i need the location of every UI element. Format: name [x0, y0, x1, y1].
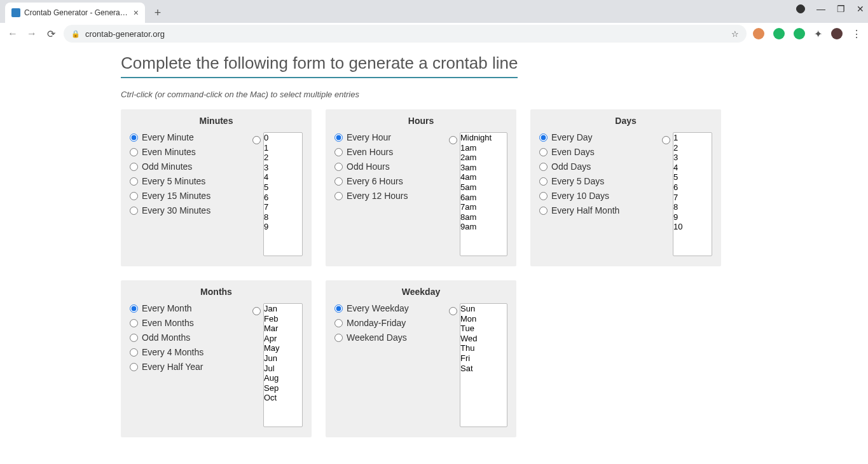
url-input[interactable]: 🔒 crontab-generator.org ☆	[64, 25, 747, 43]
forward-button[interactable]: →	[25, 28, 38, 39]
maximize-icon[interactable]: ❐	[837, 4, 845, 14]
extension-icon[interactable]	[773, 28, 785, 39]
select-option[interactable]: 9	[673, 212, 712, 222]
minutes-radio-option[interactable]: Odd Minutes	[130, 161, 246, 172]
hours-select[interactable]: Midnight1am2am3am4am5am6am7am8am9am	[460, 132, 507, 256]
select-option[interactable]: Sun	[460, 304, 507, 314]
minutes-radio-option[interactable]: Every 5 Minutes	[130, 176, 246, 186]
days-radio-option[interactable]: Every Half Month	[539, 205, 656, 215]
minutes-select-radio[interactable]	[252, 136, 261, 144]
hours-radio-option[interactable]: Every 6 Hours	[334, 176, 443, 186]
select-option[interactable]: Mar	[264, 324, 302, 334]
months-radio-option[interactable]: Odd Months	[130, 332, 246, 343]
select-option[interactable]: Apr	[264, 334, 302, 344]
select-option[interactable]: 8	[673, 202, 712, 212]
hours-radio-option[interactable]: Every 12 Hours	[334, 191, 443, 201]
select-option[interactable]: Mon	[460, 314, 507, 324]
select-option[interactable]: 7	[673, 193, 712, 203]
minutes-radio-option[interactable]: Every 15 Minutes	[130, 191, 246, 201]
select-option[interactable]: Fri	[460, 353, 507, 364]
days-select[interactable]: 12345678910	[673, 132, 712, 256]
select-option[interactable]: 4	[264, 172, 302, 182]
select-option[interactable]: Jun	[264, 353, 302, 364]
select-option[interactable]: Feb	[264, 314, 302, 324]
weekday-radio-option[interactable]: Monday-Friday	[334, 318, 443, 328]
days-radio-option[interactable]: Every 10 Days	[539, 191, 656, 201]
kebab-menu-icon[interactable]: ⋮	[851, 28, 862, 40]
select-option[interactable]: 4	[673, 163, 712, 173]
select-option[interactable]: 5am	[460, 182, 507, 193]
select-option[interactable]: Sep	[264, 383, 302, 393]
minutes-radio-option[interactable]: Even Minutes	[130, 147, 246, 157]
select-option[interactable]: 1am	[460, 143, 507, 153]
select-option[interactable]: 3	[264, 163, 302, 173]
select-option[interactable]: Tue	[460, 324, 507, 334]
select-option[interactable]: 1	[673, 133, 712, 143]
select-option[interactable]: 6	[673, 182, 712, 193]
back-button[interactable]: ←	[6, 28, 19, 39]
select-option[interactable]: May	[264, 343, 302, 353]
select-option[interactable]: Jul	[264, 364, 302, 374]
select-option[interactable]: 5	[673, 172, 712, 182]
months-radio-option[interactable]: Every Half Year	[130, 362, 246, 372]
select-option[interactable]: Sat	[460, 364, 507, 374]
minutes-radio-option[interactable]: Every 30 Minutes	[130, 205, 246, 215]
new-tab-button[interactable]: +	[149, 4, 167, 22]
profile-avatar[interactable]	[831, 28, 843, 39]
hours-radio-option[interactable]: Odd Hours	[334, 161, 443, 172]
select-option[interactable]: 7	[264, 202, 302, 212]
page-viewport[interactable]: Complete the following form to generate …	[0, 44, 868, 464]
select-option[interactable]: 2	[264, 153, 302, 163]
extensions-menu-icon[interactable]: ✦	[814, 28, 822, 40]
days-radio-option[interactable]: Even Days	[539, 147, 656, 157]
select-option[interactable]: 4am	[460, 172, 507, 182]
months-select-radio[interactable]	[252, 307, 261, 315]
months-select[interactable]: JanFebMarAprMayJunJulAugSepOct	[263, 303, 303, 427]
days-radio-option[interactable]: Every 5 Days	[539, 176, 656, 186]
select-option[interactable]: 9am	[460, 222, 507, 232]
select-option[interactable]: 6	[264, 193, 302, 203]
select-option[interactable]: 5	[264, 182, 302, 193]
minutes-radio-option[interactable]: Every Minute	[130, 132, 246, 142]
select-option[interactable]: Thu	[460, 343, 507, 353]
hours-radio-option[interactable]: Every Hour	[334, 132, 443, 142]
select-option[interactable]: 3am	[460, 163, 507, 173]
hours-radio-option[interactable]: Even Hours	[334, 147, 443, 157]
extension-icon[interactable]	[794, 28, 805, 39]
days-radio-option[interactable]: Every Day	[539, 132, 656, 142]
months-radio-option[interactable]: Even Months	[130, 318, 246, 328]
days-select-radio[interactable]	[662, 136, 670, 144]
select-option[interactable]: 8am	[460, 212, 507, 222]
select-option[interactable]: Wed	[460, 334, 507, 344]
select-option[interactable]: 2	[673, 143, 712, 153]
browser-tab[interactable]: Crontab Generator - Generate cr ×	[5, 3, 145, 23]
select-option[interactable]: 8	[264, 212, 302, 222]
select-option[interactable]: 9	[264, 222, 302, 232]
close-tab-icon[interactable]: ×	[134, 8, 139, 18]
select-option[interactable]: 7am	[460, 202, 507, 212]
months-radio-option[interactable]: Every 4 Months	[130, 347, 246, 357]
select-option[interactable]: 10	[673, 222, 712, 232]
weekday-radio-option[interactable]: Weekend Days	[334, 332, 443, 343]
minutes-select[interactable]: 0123456789	[263, 132, 303, 256]
star-icon[interactable]: ☆	[731, 29, 739, 39]
select-option[interactable]: Jan	[264, 304, 302, 314]
select-option[interactable]: 6am	[460, 193, 507, 203]
select-option[interactable]: 3	[673, 153, 712, 163]
reload-button[interactable]: ⟳	[45, 28, 57, 40]
weekday-select[interactable]: SunMonTueWedThuFriSat	[460, 303, 507, 427]
weekday-radio-option[interactable]: Every Weekday	[334, 303, 443, 313]
months-radio-option[interactable]: Every Month	[130, 303, 246, 313]
select-option[interactable]: 0	[264, 133, 302, 143]
select-option[interactable]: Oct	[264, 393, 302, 403]
account-icon[interactable]	[796, 4, 805, 13]
hours-select-radio[interactable]	[449, 136, 457, 144]
select-option[interactable]: 1	[264, 143, 302, 153]
weekday-select-radio[interactable]	[449, 307, 457, 315]
select-option[interactable]: Midnight	[460, 133, 507, 143]
extension-icon[interactable]	[753, 28, 764, 39]
days-radio-option[interactable]: Odd Days	[539, 161, 656, 172]
close-window-icon[interactable]: ✕	[857, 4, 864, 14]
select-option[interactable]: 2am	[460, 153, 507, 163]
select-option[interactable]: Aug	[264, 373, 302, 383]
